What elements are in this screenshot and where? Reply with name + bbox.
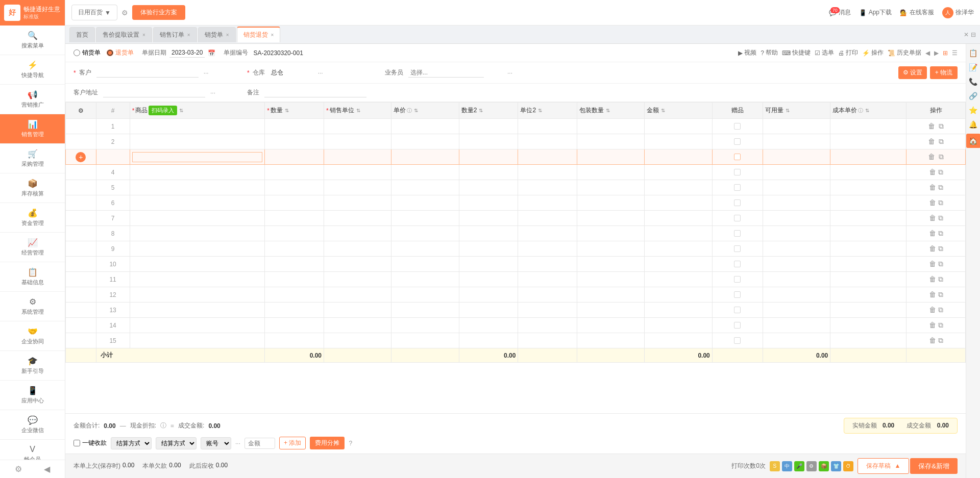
app-download-item[interactable]: 📱 App下载 [859, 8, 892, 17]
radio-sale-input[interactable] [74, 49, 80, 56]
scan-button[interactable]: 扫码录入 [149, 106, 177, 115]
tab-layout-icon[interactable]: ⊟ [971, 31, 976, 38]
sidebar-item-search[interactable]: 🔍 搜索菜单 [0, 26, 65, 55]
right-panel-icon-1[interactable]: 📋 [968, 48, 978, 58]
radio-return[interactable]: 退货单 [107, 48, 134, 57]
right-panel-icon-2[interactable]: 📝 [968, 62, 978, 72]
row2-gift[interactable] [712, 134, 763, 149]
row3-gift[interactable] [712, 149, 763, 165]
online-service-item[interactable]: 💁 在线客服 [900, 8, 934, 17]
row2-pack[interactable] [577, 134, 645, 149]
logistics-button[interactable]: + 物流 [930, 66, 958, 79]
tab-home[interactable]: 首页 [69, 27, 95, 42]
row3-unit[interactable] [324, 149, 391, 165]
icon-zh[interactable]: 中 [782, 461, 792, 471]
sidebar-item-system[interactable]: ⚙ 系统管理 [0, 292, 65, 321]
row2-amount[interactable] [645, 134, 712, 149]
row1-delete-btn[interactable]: 🗑 [927, 121, 936, 131]
row1-unit2[interactable] [518, 119, 577, 134]
calculation-select[interactable]: 结算方式 [156, 437, 197, 449]
row2-unit[interactable] [324, 134, 391, 149]
save-draft-chevron[interactable]: ▲ [894, 462, 900, 469]
row3-qty[interactable] [265, 149, 324, 165]
price-info-icon[interactable]: ⓘ [407, 107, 412, 114]
icon-mic[interactable]: 🎤 [794, 461, 804, 471]
radio-return-input[interactable] [107, 49, 113, 56]
row2-avail[interactable] [763, 134, 830, 149]
tab-sale-return[interactable]: 销货退货 × [237, 27, 281, 42]
right-panel-icon-7[interactable]: 🏠 [966, 134, 981, 148]
row2-qty2[interactable] [459, 134, 518, 149]
message-item[interactable]: 💬 70 消息 [829, 8, 851, 17]
shortcut-tool[interactable]: ⌨ 快捷键 [782, 48, 811, 57]
sidebar-item-apps[interactable]: 📱 应用中心 [0, 381, 65, 410]
sidebar-item-member[interactable]: V 畅会员 [0, 440, 65, 460]
row2-unit2[interactable] [518, 134, 577, 149]
radio-sale[interactable]: 销货单 [74, 48, 101, 57]
row3-avail[interactable] [763, 149, 830, 165]
row3-cost[interactable] [830, 149, 906, 165]
warehouse-select-icon[interactable]: ··· [318, 69, 323, 77]
nav-prev-icon[interactable]: ◀ [925, 49, 930, 57]
user-item[interactable]: 人 徐泽华 [942, 7, 974, 18]
account-select[interactable]: 账号 [201, 437, 231, 449]
qty2-sort-icon[interactable]: ⇅ [479, 108, 483, 113]
operate-tool[interactable]: ⚡ 操作 [862, 48, 884, 57]
avail-sort-icon[interactable]: ⇅ [786, 108, 790, 113]
collapse-icon[interactable]: ◀ [44, 464, 50, 474]
tab-sale-out-close[interactable]: × [226, 32, 229, 38]
unit2-sort-icon[interactable]: ⇅ [538, 108, 542, 113]
tab-close-all-icon[interactable]: ✕ [964, 31, 969, 38]
help-tool[interactable]: ? 帮助 [761, 48, 778, 57]
sidebar-item-basic[interactable]: 📋 基础信息 [0, 262, 65, 292]
right-panel-icon-4[interactable]: 🔗 [968, 91, 978, 101]
row1-price[interactable] [391, 119, 459, 134]
salesman-input[interactable] [408, 68, 484, 78]
sidebar-item-purchase[interactable]: 🛒 采购管理 [0, 144, 65, 173]
salesman-select-icon[interactable]: ··· [507, 69, 512, 77]
row2-delete-btn[interactable]: 🗑 [927, 136, 936, 146]
address-select-icon[interactable]: ··· [210, 89, 215, 96]
row3-unit2[interactable] [518, 149, 577, 165]
row1-unit[interactable] [324, 119, 391, 134]
gear-th-icon[interactable]: ⚙ [78, 107, 84, 114]
daily-goods-selector[interactable]: 日用百货 ▼ [71, 5, 117, 20]
row3-product-input[interactable] [132, 152, 263, 162]
unit-sort-icon[interactable]: ⇅ [356, 108, 360, 113]
icon-box[interactable]: 📦 [819, 461, 829, 471]
row3-price[interactable] [391, 149, 459, 165]
row1-qty2[interactable] [459, 119, 518, 134]
row2-product[interactable] [130, 134, 265, 149]
row1-pack[interactable] [577, 119, 645, 134]
sidebar-item-finance[interactable]: 💰 资金管理 [0, 203, 65, 233]
row1-avail[interactable] [763, 119, 830, 134]
th-gear[interactable]: ⚙ [66, 103, 96, 119]
sidebar-item-inventory[interactable]: 📦 库存核算 [0, 173, 65, 203]
qty-sort-icon[interactable]: ⇅ [285, 108, 289, 113]
add-row-button[interactable]: + [76, 152, 86, 162]
row2-qty[interactable] [265, 134, 324, 149]
sidebar-item-sales[interactable]: 📊 销售管理 [0, 114, 65, 144]
row2-price[interactable] [391, 134, 459, 149]
save-draft-button[interactable]: 保存草稿 ▲ [857, 458, 910, 474]
history-tool[interactable]: 📜 历史单据 [888, 48, 921, 57]
tab-sale-price[interactable]: 售价提取设置 × [96, 27, 152, 42]
customer-select-icon[interactable]: ··· [204, 69, 209, 77]
right-panel-icon-3[interactable]: 📞 [968, 77, 978, 87]
row1-gift[interactable] [712, 119, 763, 134]
sidebar-item-operation[interactable]: 📈 经营管理 [0, 233, 65, 262]
sidebar-item-marketing[interactable]: 📢 营销推广 [0, 85, 65, 114]
fee-help-icon[interactable]: ? [349, 440, 352, 447]
save-new-button[interactable]: 保存&新增 [910, 458, 958, 474]
settings-bottom-icon[interactable]: ⚙ [15, 464, 22, 474]
amount-sort-icon[interactable]: ⇅ [661, 108, 665, 113]
cost-info-icon[interactable]: ⓘ [858, 107, 863, 114]
sidebar-item-shortcut[interactable]: ⚡ 快捷导航 [0, 55, 65, 85]
print-tool[interactable]: 🖨 打印 [838, 48, 858, 57]
settlement-select[interactable]: 结算方式 [111, 437, 152, 449]
row3-copy-btn[interactable]: ⧉ [938, 152, 945, 162]
row1-product[interactable] [130, 119, 265, 134]
right-panel-icon-5[interactable]: ⭐ [968, 105, 978, 115]
fee-split-button[interactable]: 费用分摊 [310, 437, 345, 449]
remarks-input[interactable] [264, 88, 366, 97]
